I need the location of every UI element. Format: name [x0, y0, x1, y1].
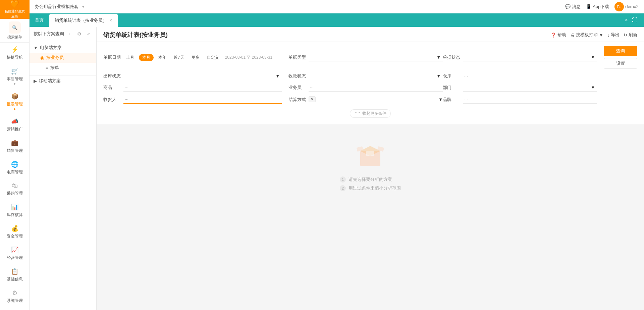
user-menu-button[interactable]: Ea demo2: [614, 2, 639, 11]
scheme-by-order[interactable]: ≡ 按单: [30, 63, 96, 73]
scheme-by-salesperson[interactable]: ◉ 按业务员: [30, 53, 96, 63]
quick-nav-icon: ⚡: [11, 46, 18, 53]
scheme-order-label: 按单: [50, 65, 59, 71]
message-button[interactable]: 💬 消息: [565, 4, 581, 10]
help-label: 帮助: [557, 32, 566, 38]
left-panel-header: 按以下方案查询 + ⚙ «: [30, 27, 96, 41]
doc-type-select[interactable]: ▼: [309, 53, 443, 61]
sidebar-item-marketing[interactable]: 📣 营销推广: [0, 114, 29, 136]
filter-area: 单据日期 上月 本月 本年 近7天 更多 自定义 2023-03-01 至 20…: [97, 42, 644, 124]
salesperson-filter-cell: 业务员 ···: [288, 84, 443, 92]
sidebar-item-enterprise[interactable]: 🤝 企业协同: [0, 307, 29, 310]
sidebar-item-sales[interactable]: 💼 销售管理: [0, 136, 29, 157]
left-panel-actions: + ⚙ «: [66, 30, 92, 38]
logo-sub: 标版: [11, 14, 18, 19]
collapse-panel-button[interactable]: «: [85, 30, 92, 38]
date-this-month[interactable]: 本月: [139, 54, 154, 61]
add-scheme-button[interactable]: +: [66, 30, 73, 38]
sidebar-item-wholesale[interactable]: 📦 批发管理 ▲: [0, 89, 29, 114]
chevron-down-icon: ▼: [34, 45, 38, 50]
refresh-icon: ↻: [624, 33, 627, 38]
desktop-scheme-label: 电脑端方案: [40, 45, 62, 51]
out-status-select[interactable]: ▼: [123, 72, 282, 80]
warehouse-dots-button[interactable]: ···: [463, 73, 469, 79]
empty-hint-1: 1 请先选择要分析的方案: [340, 176, 401, 183]
mobile-scheme-label: 移动端方案: [39, 78, 61, 84]
receipt-status-select[interactable]: ▼: [309, 72, 443, 80]
sidebar-item-basics[interactable]: 📋 基础信息: [0, 264, 29, 286]
doc-status-dropdown-icon: ▼: [591, 55, 595, 60]
sidebar-item-retail[interactable]: 🛒 零售管理 ▼: [0, 64, 29, 89]
logo-icon: 🧡: [10, 0, 19, 8]
goods-label: 商品: [103, 85, 123, 91]
payment-dropdown-icon[interactable]: ▼: [438, 97, 443, 102]
tab-sales-report[interactable]: 销货单统计表（按业务员） ×: [49, 14, 118, 27]
sidebar-item-purchase[interactable]: 🛍 采购管理: [0, 179, 29, 200]
receipt-status-dropdown-icon: ▼: [436, 73, 441, 79]
left-panel-title: 按以下方案查询: [34, 31, 64, 37]
app-download-button[interactable]: 📱 App下载: [586, 4, 609, 10]
tabbar: 首页 销货单统计表（按业务员） × × ⛶: [30, 13, 644, 27]
window-close-icon[interactable]: ×: [625, 17, 628, 23]
page-title: 销货单统计表(按业务员): [103, 31, 168, 39]
payment-filter-cell: 结算方式 × ▼: [288, 95, 443, 104]
sidebar-item-ecommerce[interactable]: 🌐 电商管理: [0, 157, 29, 179]
query-button[interactable]: 查询: [604, 46, 637, 56]
tab-close-icon[interactable]: ×: [110, 18, 112, 23]
main-area: 办公用品行业模拟账套 ▼ 💬 消息 📱 App下载 Ea demo2 首页 销货…: [30, 0, 644, 310]
chevron-right-icon: ▶: [34, 79, 37, 84]
salesperson-dots-button[interactable]: ···: [309, 85, 315, 90]
topbar-right: 💬 消息 📱 App下载 Ea demo2: [565, 2, 639, 11]
sidebar-item-inventory[interactable]: 📊 库存核算: [0, 200, 29, 221]
app-logo[interactable]: 🧡 畅捷通好生意 标版: [0, 0, 30, 19]
print-button[interactable]: 🖨 按模板打印 ▼: [570, 32, 603, 38]
date-more[interactable]: 更多: [189, 54, 202, 61]
out-status-filter-cell: 出库状态 ▼: [103, 72, 288, 80]
desktop-scheme-header[interactable]: ▼ 电脑端方案: [30, 43, 96, 53]
left-panel: 按以下方案查询 + ⚙ « ▼ 电脑端方案 ◉ 按业务员 ≡ 按: [30, 27, 97, 310]
date-last-month[interactable]: 上月: [123, 54, 137, 61]
date-this-year[interactable]: 本年: [156, 54, 169, 61]
sidebar-item-quick-nav[interactable]: ⚡ 快捷导航: [0, 43, 29, 64]
goods-dots-button[interactable]: ···: [123, 85, 130, 90]
brand-dots-button[interactable]: ···: [463, 97, 469, 102]
empty-hints: 1 请先选择要分析的方案 2 用过滤条件来缩小分析范围: [340, 176, 401, 191]
print-dropdown-icon[interactable]: ▼: [599, 33, 603, 38]
consignee-dots-button[interactable]: ···: [123, 97, 130, 102]
collapse-button[interactable]: ⌃⌃ 收起更多条件: [350, 109, 391, 118]
export-icon: ↓: [607, 33, 610, 38]
help-icon: ❓: [551, 33, 556, 38]
payment-tag-close[interactable]: ×: [311, 97, 313, 102]
settings-button[interactable]: 设置: [604, 58, 637, 69]
empty-hint-2: 2 用过滤条件来缩小分析范围: [340, 185, 401, 191]
sidebar-item-finance[interactable]: 💰 资金管理: [0, 221, 29, 243]
refresh-button[interactable]: ↻ 刷新: [624, 32, 637, 38]
brand-filter-cell: 品牌 ···: [443, 96, 597, 104]
filter-row-3: 商品 ··· 业务员 ··· 部门: [103, 84, 637, 92]
date-last-7-days[interactable]: 近7天: [171, 54, 187, 61]
search-icon-wrap[interactable]: 🔍: [9, 21, 21, 34]
hint-1-text: 请先选择要分析的方案: [348, 176, 392, 183]
sidebar-item-operations[interactable]: 📈 经营管理: [0, 243, 29, 264]
sidebar-item-system[interactable]: ⚙ 系统管理: [0, 286, 29, 307]
department-select[interactable]: ▼: [463, 84, 597, 92]
date-custom[interactable]: 自定义: [204, 54, 222, 61]
empty-illustration: [354, 138, 387, 171]
mobile-scheme-header[interactable]: ▶ 移动端方案: [30, 75, 96, 86]
doc-status-select[interactable]: ▼: [463, 53, 597, 61]
tab-home[interactable]: 首页: [30, 13, 49, 27]
dropdown-arrow-icon[interactable]: ▼: [81, 4, 85, 9]
topbar-left: 办公用品行业模拟账套 ▼: [35, 4, 85, 10]
window-maximize-icon[interactable]: ⛶: [632, 17, 637, 23]
search-menu-item[interactable]: 🔍 搜索菜单: [0, 19, 29, 43]
export-button[interactable]: ↓ 导出: [607, 32, 620, 38]
mobile-scheme-group: ▶ 移动端方案: [30, 74, 96, 87]
warehouse-label: 仓库: [443, 73, 463, 79]
warehouse-filter-cell: 仓库 ···: [443, 72, 597, 80]
tab-sales-report-label: 销货单统计表（按业务员）: [55, 17, 107, 23]
search-label: 搜索菜单: [7, 35, 22, 40]
setting-scheme-button[interactable]: ⚙: [75, 30, 83, 38]
message-icon: 💬: [565, 4, 571, 9]
print-icon: 🖨: [570, 33, 575, 38]
help-button[interactable]: ❓ 帮助: [551, 32, 566, 38]
